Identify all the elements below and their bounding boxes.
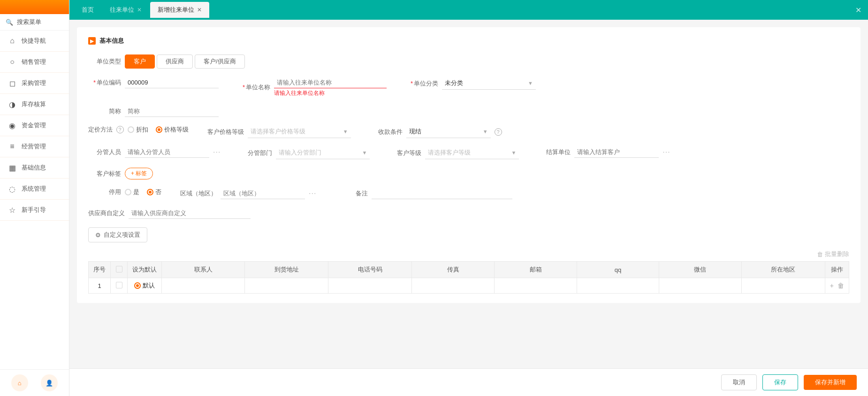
sidebar-bottom: ⌂ 👤 xyxy=(0,369,69,396)
qq-input[interactable] xyxy=(582,282,654,289)
unit-code-group: *单位编码 xyxy=(88,77,219,88)
row-actions: + 🗑 xyxy=(830,282,844,289)
pricing-method-radios: 折扣 价格等级 xyxy=(128,125,189,134)
type-btn-supplier[interactable]: 供应商 xyxy=(157,54,193,69)
col-region: 所在地区 xyxy=(741,262,825,278)
cell-default: 默认 xyxy=(128,278,162,294)
radio-discount[interactable]: 折扣 xyxy=(128,125,148,134)
supplier-custom-input[interactable] xyxy=(129,208,251,219)
sidebar-item-basic[interactable]: ▦基础信息 xyxy=(0,157,69,179)
radio-price-level[interactable]: 价格等级 xyxy=(156,125,189,134)
sidebar-item-quick-nav[interactable]: ⌂快捷导航 xyxy=(0,31,69,52)
manager-more-btn[interactable]: ··· xyxy=(213,148,221,156)
tab-partners[interactable]: 往来单位 ✕ xyxy=(102,2,149,18)
manager-input[interactable] xyxy=(125,147,209,158)
tab-close-btn[interactable]: ✕ xyxy=(197,7,202,13)
sidebar-item-finance[interactable]: ◉资金管理 xyxy=(0,115,69,136)
batch-delete-icon: 🗑 xyxy=(817,251,823,258)
batch-delete-label[interactable]: 批量删除 xyxy=(825,250,849,258)
customer-price-level-placeholder: 请选择客户价格等级 xyxy=(251,127,305,136)
cell-address xyxy=(245,278,328,294)
tab-home[interactable]: 首页 xyxy=(74,2,101,18)
customer-level-select[interactable]: 请选择客户等级 ▼ xyxy=(425,147,519,159)
customer-price-level-select[interactable]: 请选择客户价格等级 ▼ xyxy=(248,125,351,138)
department-select[interactable]: 请输入分管部门 ▼ xyxy=(276,147,370,159)
radio-yes-circle xyxy=(125,189,131,195)
short-name-input[interactable] xyxy=(125,106,219,117)
delete-row-btn[interactable]: 🗑 xyxy=(838,282,844,289)
region-table-input[interactable] xyxy=(746,282,820,289)
unit-category-select[interactable]: 未分类 ▼ xyxy=(442,77,536,90)
region-label: 区域（地区） xyxy=(180,189,217,198)
remark-input[interactable] xyxy=(372,188,512,199)
sidebar-item-label: 销售管理 xyxy=(22,58,46,66)
sidebar-item-operations[interactable]: ≡经营管理 xyxy=(0,136,69,157)
sidebar: 🔍 搜索菜单 ⌂快捷导航○销售管理◻采购管理◑库存核算◉资金管理≡经营管理▦基础… xyxy=(0,0,69,396)
tab-new-partner[interactable]: 新增往来单位 ✕ xyxy=(150,2,209,18)
settlement-unit-input[interactable] xyxy=(574,147,659,158)
help-icon[interactable]: ? xyxy=(116,126,124,133)
tab-label: 新增往来单位 xyxy=(158,6,194,14)
disable-row: 停用 是 否 区 xyxy=(88,188,849,199)
settlement-unit-more-btn[interactable]: ··· xyxy=(662,148,670,156)
sidebar-item-inventory[interactable]: ◑库存核算 xyxy=(0,94,69,115)
col-checkbox xyxy=(111,262,128,278)
cancel-button[interactable]: 取消 xyxy=(721,374,757,390)
tag-add-button[interactable]: + 标签 xyxy=(125,168,153,179)
cell-contact xyxy=(162,278,245,294)
sidebar-user-btn[interactable]: 👤 xyxy=(41,374,58,391)
code-name-row: *单位编码 *单位名称 请输入往来单位名称 *单位分类 xyxy=(88,77,849,97)
contact-input[interactable] xyxy=(167,282,240,289)
radio-no[interactable]: 否 xyxy=(147,188,161,196)
payment-terms-value: 现结 xyxy=(409,127,421,136)
fax-input[interactable] xyxy=(417,282,489,289)
window-close-button[interactable]: ✕ xyxy=(855,6,861,15)
save-button[interactable]: 保存 xyxy=(762,374,798,390)
unit-code-input[interactable] xyxy=(125,77,219,88)
sidebar-item-guide[interactable]: ☆新手引导 xyxy=(0,200,69,221)
sidebar-item-sales[interactable]: ○销售管理 xyxy=(0,52,69,73)
email-input[interactable] xyxy=(499,282,572,289)
unit-type-row: 单位类型 客户 供应商 客户/供应商 xyxy=(88,54,849,69)
sidebar-item-system[interactable]: ◌系统管理 xyxy=(0,179,69,200)
phone-input[interactable] xyxy=(333,282,407,289)
manager-label: 分管人员 xyxy=(88,148,121,156)
cell-checkbox xyxy=(111,278,128,294)
address-input[interactable] xyxy=(250,282,323,289)
pricing-method-label: 定价方法 ? xyxy=(88,125,124,134)
sidebar-item-purchase[interactable]: ◻采购管理 xyxy=(0,73,69,94)
search-menu-button[interactable]: 🔍 搜索菜单 xyxy=(0,14,69,31)
section-title-icon: ▶ xyxy=(88,37,96,45)
tab-close-btn[interactable]: ✕ xyxy=(137,7,142,13)
select-all-checkbox[interactable] xyxy=(116,266,122,272)
add-row-btn[interactable]: + xyxy=(830,282,834,289)
col-email: 邮箱 xyxy=(495,262,577,278)
region-input[interactable] xyxy=(221,188,305,199)
payment-terms-select[interactable]: 现结 ▼ xyxy=(406,125,491,138)
operations-icon: ≡ xyxy=(8,142,17,151)
chevron-down-icon-4: ▼ xyxy=(362,150,367,155)
disable-radios: 是 否 xyxy=(125,188,161,196)
row-checkbox[interactable] xyxy=(116,282,122,288)
custom-settings-button[interactable]: ⚙ 自定义项设置 xyxy=(88,227,147,242)
tags-row: 客户标签 + 标签 xyxy=(88,168,849,179)
unit-name-input[interactable] xyxy=(274,77,387,88)
sidebar-item-label: 经营管理 xyxy=(22,142,46,151)
unit-name-wrap: 请输入往来单位名称 xyxy=(274,77,387,97)
type-btn-customer[interactable]: 客户 xyxy=(125,54,155,69)
wechat-input[interactable] xyxy=(664,282,737,289)
col-phone: 电话号码 xyxy=(328,262,412,278)
col-qq: qq xyxy=(577,262,659,278)
unit-type-buttons: 客户 供应商 客户/供应商 xyxy=(125,54,245,69)
sidebar-home-btn[interactable]: ⌂ xyxy=(11,374,28,391)
payment-terms-help-icon[interactable]: ? xyxy=(495,128,502,136)
unit-type-group: 单位类型 客户 供应商 客户/供应商 xyxy=(88,54,245,69)
chevron-down-icon-3: ▼ xyxy=(483,129,488,134)
radio-yes[interactable]: 是 xyxy=(125,188,139,196)
radio-dot xyxy=(158,128,160,131)
region-more-btn[interactable]: ··· xyxy=(309,189,316,198)
type-btn-both[interactable]: 客户/供应商 xyxy=(195,54,245,69)
save-new-button[interactable]: 保存并新增 xyxy=(804,375,857,390)
pricing-row: 定价方法 ? 折扣 价格等级 xyxy=(88,125,849,138)
row-default-radio[interactable] xyxy=(134,282,141,289)
